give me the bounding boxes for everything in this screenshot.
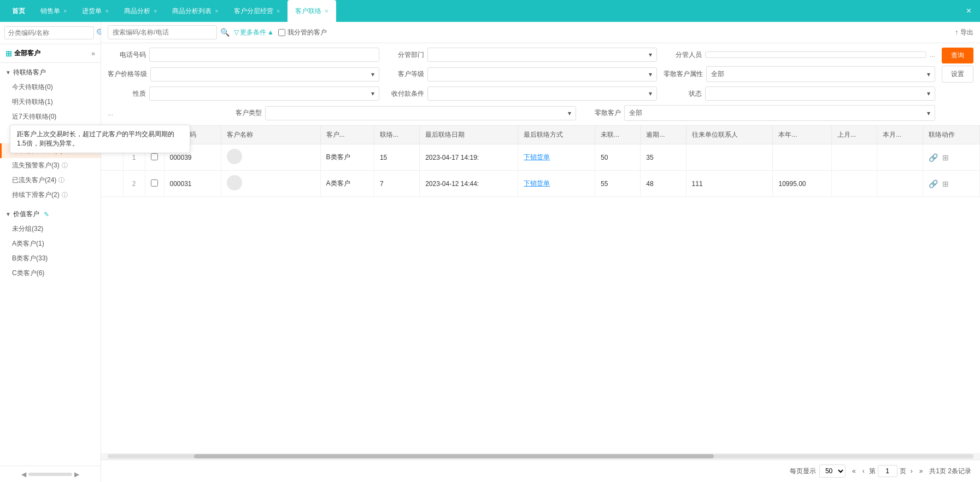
tree-item-churned[interactable]: 已流失客户(24) ⓘ xyxy=(0,173,101,188)
nav-item-sales[interactable]: 销售单 × xyxy=(33,0,74,22)
row1-last-method-value[interactable]: 下销货单 xyxy=(524,153,550,161)
filter-search-button[interactable]: 🔍 xyxy=(220,28,230,37)
row2-action-link-icon[interactable]: 🔗 xyxy=(929,179,938,188)
col-overdue[interactable]: 逾期... xyxy=(641,126,686,144)
prev-page-button[interactable]: ‹ xyxy=(860,466,867,476)
filter-select-customer-type[interactable]: ▾ xyxy=(265,106,576,120)
filter-field-status: 状态 ▾ xyxy=(664,86,935,101)
filter-select-retail-attr[interactable]: 全部▾ xyxy=(706,66,935,82)
nav-close-customer-contact[interactable]: × xyxy=(325,8,328,14)
row2-checkbox[interactable] xyxy=(151,179,158,187)
col-label-customer-type: 客户... xyxy=(326,131,345,138)
row2-last-method[interactable]: 下销货单 xyxy=(518,171,595,197)
close-window-button[interactable]: × xyxy=(962,6,976,16)
row2-action-icons: 🔗 ⊞ xyxy=(929,179,975,188)
more-filters-label: 更多条件 xyxy=(240,28,266,37)
table-row: 2 000031 A类客户 xyxy=(101,171,980,197)
col-this-year[interactable]: 本年... xyxy=(773,126,832,144)
nav-close-product-list[interactable]: × xyxy=(215,8,218,14)
filter-select-payment[interactable]: ▾ xyxy=(427,86,658,101)
advanced-filters: 电话号码 分管部门 ▾ 分管人员 xyxy=(101,43,980,126)
tree-item-class-b[interactable]: B类客户(33) xyxy=(0,251,101,266)
info-icon-churned[interactable]: ⓘ xyxy=(58,176,64,184)
nav-close-sales[interactable]: × xyxy=(63,8,67,14)
sidebar-collapse-button[interactable]: » xyxy=(91,50,95,57)
filter-search-input[interactable] xyxy=(108,25,217,39)
info-icon-churn-warning[interactable]: ⓘ xyxy=(62,161,68,170)
tree-item-class-c[interactable]: C类客户(6) xyxy=(0,266,101,281)
col-last-month[interactable]: 上月... xyxy=(832,126,877,144)
row2-last-method-value[interactable]: 下销货单 xyxy=(524,179,550,187)
nav-close-customer-segment[interactable]: × xyxy=(277,8,280,14)
page-number-input[interactable] xyxy=(878,465,897,477)
tree-item-class-a[interactable]: A类客户(1) xyxy=(0,236,101,251)
nav-item-product-list[interactable]: 商品分析列表 × xyxy=(165,0,226,22)
last-page-button[interactable]: » xyxy=(917,466,925,476)
tree-item-today-label: 今天待联络(0) xyxy=(12,83,53,92)
col-customer-type[interactable]: 客户... xyxy=(320,126,374,144)
my-customers-label: 我分管的客户 xyxy=(287,28,327,37)
row1-this-year xyxy=(773,144,832,171)
info-icon-declining[interactable]: ⓘ xyxy=(62,191,68,199)
filter-label-phone: 电话号码 xyxy=(108,50,146,60)
row1-this-month xyxy=(877,144,923,171)
col-contact-action[interactable]: 联络动作 xyxy=(923,126,980,144)
filter-dots-row4[interactable]: ... xyxy=(108,109,113,117)
scroll-thumb[interactable] xyxy=(194,454,713,458)
tree-item-churn-warning[interactable]: 流失预警客户(3) ⓘ xyxy=(0,158,101,173)
per-page-select[interactable]: 50 xyxy=(819,464,846,478)
more-filters-button[interactable]: ▽ 更多条件 ▲ xyxy=(234,28,274,37)
query-button[interactable]: 查询 xyxy=(942,48,973,63)
col-this-month[interactable]: 本月... xyxy=(877,126,923,144)
my-customers-checkbox[interactable] xyxy=(278,29,285,36)
tree-group-pending-header[interactable]: ▼ 待联络客户 xyxy=(0,65,101,80)
tree-item-class-c-label: C类客户(6) xyxy=(12,269,44,278)
tree-item-today[interactable]: 今天待联络(0) xyxy=(0,80,101,95)
row1-checkbox[interactable] xyxy=(151,153,158,160)
tree-item-declining[interactable]: 持续下滑客户(2) ⓘ xyxy=(0,188,101,202)
row1-action-link-icon[interactable]: 🔗 xyxy=(929,153,938,162)
col-contact-count[interactable]: 联络... xyxy=(374,126,419,144)
row1-last-method[interactable]: 下销货单 xyxy=(518,144,595,171)
tree-group-value-header[interactable]: ▼ 价值客户 ✎ xyxy=(0,207,101,222)
horizontal-scrollbar[interactable] xyxy=(101,453,980,460)
nav-item-product-analysis[interactable]: 商品分析 × xyxy=(116,0,165,22)
filter-select-retail-customer[interactable]: 全部▾ xyxy=(624,105,935,121)
filter-select-nature[interactable]: ▾ xyxy=(149,86,379,101)
nav-item-purchase[interactable]: 进货单 × xyxy=(74,0,116,22)
filter-select-price-grade[interactable]: ▾ xyxy=(150,67,379,82)
settings-button[interactable]: 设置 xyxy=(942,66,973,83)
my-customers-checkbox-area[interactable]: 我分管的客户 xyxy=(278,28,327,37)
export-button[interactable]: ↑ 导出 xyxy=(955,28,973,37)
nav-item-customer-segment[interactable]: 客户分层经营 × xyxy=(226,0,287,22)
tree-item-tomorrow[interactable]: 明天待联络(1) xyxy=(0,95,101,109)
filter-select-status[interactable]: ▾ xyxy=(705,86,935,101)
filter-dots-manager[interactable]: ... xyxy=(930,51,935,59)
first-page-button[interactable]: « xyxy=(850,466,858,476)
sidebar-scroll-left[interactable]: ◀ xyxy=(21,471,26,478)
row1-action-grid-icon[interactable]: ⊞ xyxy=(942,153,949,162)
filter-input-phone[interactable] xyxy=(149,48,379,62)
col-uncontacted[interactable]: 未联... xyxy=(595,126,641,144)
col-last-contact-date[interactable]: 最后联络日期 xyxy=(420,126,518,144)
tree-item-ungrouped[interactable]: 未分组(32) xyxy=(0,222,101,236)
col-customer-name[interactable]: 客户名称 xyxy=(221,126,320,144)
next-page-button[interactable]: › xyxy=(908,466,915,476)
col-last-contact-method[interactable]: 最后联络方式 xyxy=(518,126,595,144)
row2-check[interactable] xyxy=(145,171,164,197)
nav-close-purchase[interactable]: × xyxy=(105,8,108,14)
filter-select-dept[interactable]: ▾ xyxy=(427,48,658,62)
filter-select-manager[interactable] xyxy=(705,51,926,58)
edit-icon-value[interactable]: ✎ xyxy=(44,211,49,218)
nav-close-product-analysis[interactable]: × xyxy=(154,8,157,14)
nav-item-customer-contact[interactable]: 客户联络 × xyxy=(287,0,336,22)
scroll-track[interactable] xyxy=(108,454,973,458)
nav-item-home[interactable]: 首页 xyxy=(4,0,33,22)
row2-action-grid-icon[interactable]: ⊞ xyxy=(942,179,949,188)
sidebar-scroll-right[interactable]: ▶ xyxy=(74,471,79,478)
col-label-customer-name: 客户名称 xyxy=(227,131,253,138)
sidebar-search-input[interactable] xyxy=(4,26,94,39)
col-partner-contact[interactable]: 往来单位联系人 xyxy=(686,126,773,144)
filter-select-customer-grade[interactable]: ▾ xyxy=(427,67,658,82)
tree-item-7days[interactable]: 近7天待联络(0) xyxy=(0,109,101,124)
